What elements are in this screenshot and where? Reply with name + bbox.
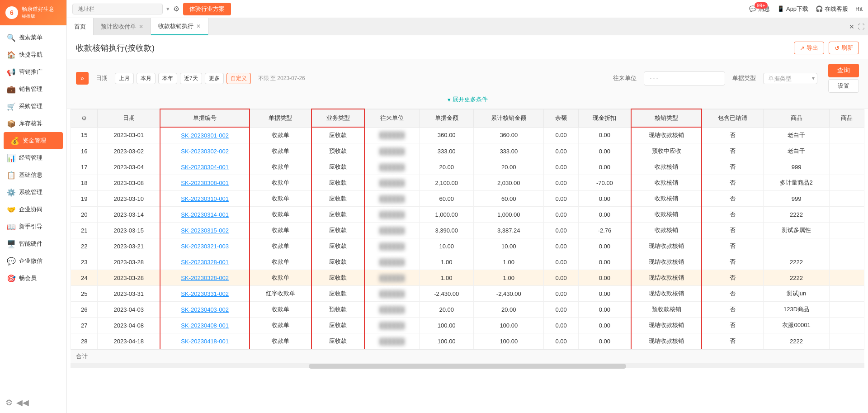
col-verify-type: 核销类型 bbox=[631, 109, 702, 127]
row-balance: 0.00 bbox=[544, 238, 579, 254]
tab-receivable[interactable]: 预计应收付单 ✕ bbox=[94, 18, 151, 35]
row-product1: 2222 bbox=[763, 333, 829, 349]
row-date: 2023-03-01 bbox=[98, 127, 160, 143]
customer-select-dots[interactable]: ··· bbox=[644, 71, 725, 85]
close-tab-button[interactable]: ✕ bbox=[849, 23, 854, 30]
query-button[interactable]: 查询 bbox=[828, 64, 859, 77]
sidebar-item-member[interactable]: 🎯畅会员 bbox=[0, 270, 66, 287]
online-service-button[interactable]: 🎧 在线客服 bbox=[816, 5, 848, 13]
row-included: 否 bbox=[702, 270, 763, 286]
row-verify-type: 现结收款核销 bbox=[631, 286, 702, 302]
sidebar-item-weixin[interactable]: 💬企业微信 bbox=[0, 252, 66, 270]
col-date: 日期 bbox=[98, 109, 160, 127]
row-order-type: 收款单 bbox=[250, 302, 311, 318]
row-amount: 1.00 bbox=[420, 254, 474, 270]
close-receivable-tab-icon[interactable]: ✕ bbox=[139, 24, 143, 30]
row-verify-type: 现结收款核销 bbox=[631, 254, 702, 270]
solution-button[interactable]: 体验行业方案 bbox=[183, 3, 231, 15]
row-write-off: 1.00 bbox=[474, 254, 544, 270]
sidebar-item-sales[interactable]: 💼销售管理 bbox=[0, 81, 66, 98]
home-tab-label: 首页 bbox=[74, 23, 86, 31]
refresh-button[interactable]: ↺ 刷新 bbox=[829, 42, 859, 54]
sidebar-item-search[interactable]: 🔍搜索菜单 bbox=[0, 29, 66, 46]
row-date: 2023-03-28 bbox=[98, 270, 160, 286]
row-write-off: 20.00 bbox=[474, 159, 544, 175]
row-order-no: SK-20230403-002 bbox=[160, 302, 250, 318]
customer-filter-label: 往来单位 bbox=[613, 74, 637, 82]
custom-date-button[interactable]: 自定义 bbox=[226, 73, 251, 84]
row-biz-type: 应收款 bbox=[311, 238, 364, 254]
row-verify-type: 预收款核销 bbox=[631, 302, 702, 318]
row-amount: 100.00 bbox=[420, 318, 474, 333]
last-7days-button[interactable]: 近7天 bbox=[180, 73, 202, 84]
row-write-off: 360.00 bbox=[474, 127, 544, 143]
filter-toggle-button[interactable]: » bbox=[76, 72, 89, 85]
row-order-no: SK-20230315-002 bbox=[160, 223, 250, 238]
row-product2 bbox=[830, 143, 864, 159]
table-row: 17 2023-03-04 SK-20230304-001 收款单 应收款 ██… bbox=[71, 159, 864, 175]
row-customer: ██████ bbox=[364, 175, 419, 191]
order-type-select[interactable]: 单据类型 bbox=[763, 73, 817, 84]
sidebar-item-marketing[interactable]: 📢营销推广 bbox=[0, 63, 66, 81]
address-bar[interactable] bbox=[72, 4, 163, 14]
sidebar-item-quick-nav[interactable]: 🏠快捷导航 bbox=[0, 46, 66, 63]
close-collection-tab-icon[interactable]: ✕ bbox=[196, 23, 201, 29]
table-row: 20 2023-03-14 SK-20230314-001 收款单 应收款 ██… bbox=[71, 207, 864, 223]
row-biz-type: 应收款 bbox=[311, 223, 364, 238]
row-included: 否 bbox=[702, 207, 763, 223]
sidebar-item-basic[interactable]: 📋基础信息 bbox=[0, 166, 66, 184]
sidebar-label-marketing: 营销推广 bbox=[19, 68, 42, 76]
row-balance: 0.00 bbox=[544, 143, 579, 159]
sidebar-item-enterprise[interactable]: 🤝企业协同 bbox=[0, 201, 66, 218]
row-biz-type: 应收款 bbox=[311, 286, 364, 302]
row-included: 否 bbox=[702, 143, 763, 159]
row-order-type: 收款单 bbox=[250, 254, 311, 270]
topbar-gear-icon[interactable]: ⚙ bbox=[173, 5, 179, 13]
row-product1: 老白干 bbox=[763, 127, 829, 143]
sidebar-item-guide[interactable]: 📖新手引导 bbox=[0, 218, 66, 235]
row-amount: 20.00 bbox=[420, 302, 474, 318]
tab-collection[interactable]: 收款核销执行 ✕ bbox=[151, 18, 208, 35]
row-order-type: 收款单 bbox=[250, 207, 311, 223]
row-balance: 0.00 bbox=[544, 286, 579, 302]
row-product1: 测试多属性 bbox=[763, 223, 829, 238]
row-customer: ██████ bbox=[364, 254, 419, 270]
last-month-button[interactable]: 上月 bbox=[115, 73, 134, 84]
this-month-button[interactable]: 本月 bbox=[137, 73, 156, 84]
sidebar-item-operations[interactable]: 📊经营管理 bbox=[0, 149, 66, 166]
row-order-type: 收款单 bbox=[250, 159, 311, 175]
messages-button[interactable]: 💬 消息 99+ bbox=[749, 5, 770, 13]
collapse-icon[interactable]: ◀◀ bbox=[16, 398, 29, 408]
export-button[interactable]: ↗ 导出 bbox=[794, 42, 824, 54]
row-discount: 0.00 bbox=[578, 159, 631, 175]
basic-icon: 📋 bbox=[7, 171, 15, 179]
sidebar-item-hardware[interactable]: 🖥️智能硬件 bbox=[0, 235, 66, 252]
settings-icon[interactable]: ⚙ bbox=[5, 398, 13, 408]
col-settings[interactable]: ⚙ bbox=[71, 109, 98, 127]
row-product1: 多计量商品2 bbox=[763, 175, 829, 191]
enterprise-icon: 🤝 bbox=[7, 205, 15, 214]
horizontal-scrollbar[interactable] bbox=[71, 363, 864, 368]
sidebar-item-finance[interactable]: 💰资金管理 bbox=[4, 132, 63, 149]
col-product1: 商品 bbox=[763, 109, 829, 127]
row-balance: 0.00 bbox=[544, 333, 579, 349]
more-date-button[interactable]: 更多 bbox=[205, 73, 224, 84]
row-write-off: 10.00 bbox=[474, 238, 544, 254]
user-name[interactable]: Rit bbox=[855, 5, 863, 12]
expand-more-button[interactable]: ▾ 展开更多条件 bbox=[448, 95, 488, 104]
tab-home[interactable]: 首页 bbox=[67, 18, 94, 35]
maximize-tab-button[interactable]: ⛶ bbox=[858, 23, 864, 30]
row-date: 2023-04-08 bbox=[98, 318, 160, 333]
row-amount: 60.00 bbox=[420, 191, 474, 207]
app-download-button[interactable]: 📱 App下载 bbox=[777, 5, 808, 13]
sidebar-item-inventory[interactable]: 📦库存核算 bbox=[0, 115, 66, 132]
gear-icon[interactable]: ⚙ bbox=[81, 115, 87, 122]
sidebar-item-purchase[interactable]: 🛒采购管理 bbox=[0, 98, 66, 115]
this-year-button[interactable]: 本年 bbox=[158, 73, 177, 84]
filter-settings-button[interactable]: 设置 bbox=[828, 79, 859, 93]
sidebar-label-inventory: 库存核算 bbox=[19, 119, 42, 128]
sidebar-item-system[interactable]: ⚙️系统管理 bbox=[0, 184, 66, 201]
row-product2 bbox=[830, 223, 864, 238]
row-product2 bbox=[830, 175, 864, 191]
row-order-type: 收款单 bbox=[250, 238, 311, 254]
